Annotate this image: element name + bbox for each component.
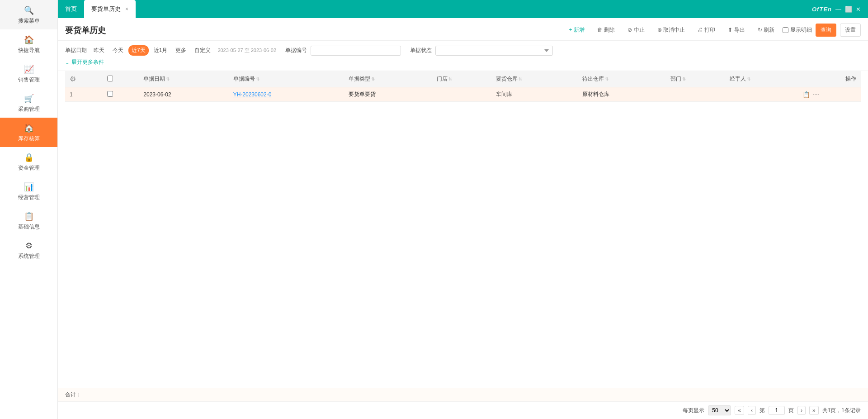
cancel-stop-button[interactable]: ⊗ 取消中止 <box>653 24 689 36</box>
sidebar-item-purchase[interactable]: 🛒采购管理 <box>0 88 57 118</box>
date-1month-btn[interactable]: 近1月 <box>151 45 171 56</box>
row-checkbox[interactable] <box>107 91 113 97</box>
page-header: 要货单历史 + 新增 🗑 删除 ⊘ 中止 ⊗ 取消中止 🖨 打印 ⬆ 导出 ↻ … <box>58 18 868 41</box>
filter-row: 单据日期 昨天 今天 近7天 近1月 更多 自定义 2023-05-27 至 2… <box>65 45 861 56</box>
total-label: 合计： <box>65 391 81 399</box>
pagination-bar: 每页显示 50 10 20 100 « ‹ 第 页 › » 共1页，1条记录 <box>58 401 868 419</box>
date-range-display: 2023-05-27 至 2023-06-02 <box>217 47 276 54</box>
select-all-checkbox[interactable] <box>107 76 113 81</box>
query-button[interactable]: 查询 <box>816 24 836 37</box>
expand-more-icon: ⌄ <box>65 59 70 66</box>
cell-pending-warehouse: 原材料仓库 <box>578 87 666 102</box>
cell-doc-type: 要货单要货 <box>344 87 432 102</box>
show-detail-checkbox[interactable]: 显示明细 <box>783 26 812 34</box>
row-more-btn[interactable]: ⋯ <box>813 91 819 98</box>
doc-status-filter-group: 单据状态 <box>410 46 553 56</box>
cell-req-warehouse: 车间库 <box>491 87 577 102</box>
table-body: 1 2023-06-02 YH-20230602-0 要货单要货 车间库 原材料… <box>65 87 861 102</box>
sidebar-item-inventory[interactable]: 🏠库存核算 <box>0 118 57 147</box>
date-7days-btn[interactable]: 近7天 <box>128 45 149 56</box>
export-button[interactable]: ⬆ 导出 <box>723 24 749 36</box>
th-doc-number: 单据编号⇅ <box>229 71 344 87</box>
sidebar-icon-operations: 📊 <box>24 182 34 192</box>
go-to-suffix: 页 <box>788 407 794 414</box>
first-page-btn[interactable]: « <box>735 406 744 415</box>
delete-button[interactable]: 🗑 删除 <box>593 24 619 36</box>
sidebar-icon-sales: 📈 <box>24 64 34 74</box>
cell-action: 📋 ⋯ <box>798 87 861 102</box>
page-number-input[interactable] <box>769 406 785 415</box>
new-button[interactable]: + 新增 <box>565 24 589 36</box>
filter-area: 单据日期 昨天 今天 近7天 近1月 更多 自定义 2023-05-27 至 2… <box>58 41 868 71</box>
date-quick-btns: 昨天 今天 近7天 近1月 更多 自定义 <box>90 45 214 56</box>
sidebar-icon-system: ⚙ <box>25 241 33 251</box>
print-button[interactable]: 🖨 打印 <box>693 24 720 36</box>
doc-number-input[interactable] <box>311 46 401 56</box>
cell-index: 1 <box>65 87 103 102</box>
sidebar-item-quick-nav[interactable]: 🏠快捷导航 <box>0 29 57 59</box>
expand-more-label: 展开更多条件 <box>71 58 104 66</box>
tab-home[interactable]: 首页 <box>58 0 84 18</box>
sidebar-item-finance[interactable]: 🔒资金管理 <box>0 147 57 176</box>
doc-number-link[interactable]: YH-20230602-0 <box>233 91 272 98</box>
brand-label: OfTEn <box>812 6 832 13</box>
row-edit-btn[interactable]: 📋 <box>802 91 810 98</box>
tab-active-label: 要货单历史 <box>91 5 121 13</box>
sidebar-item-system[interactable]: ⚙系统管理 <box>0 235 57 265</box>
cell-doc-number: YH-20230602-0 <box>229 87 344 102</box>
date-filter-group: 单据日期 昨天 今天 近7天 近1月 更多 自定义 2023-05-27 至 2… <box>65 45 276 56</box>
sidebar-item-search-menu[interactable]: 🔍搜索菜单 <box>0 0 57 29</box>
total-info: 共1页，1条记录 <box>822 407 861 414</box>
th-action: 操作 <box>798 71 861 87</box>
sidebar-label-quick-nav: 快捷导航 <box>18 47 40 54</box>
top-bar-right: OfTEn — ⬜ ✕ <box>812 6 868 13</box>
sidebar-item-operations[interactable]: 📊经营管理 <box>0 176 57 206</box>
expand-more-btn[interactable]: ⌄ 展开更多条件 <box>65 58 861 66</box>
main-container: 首页 要货单历史 × OfTEn — ⬜ ✕ 要货单历史 + 新增 🗑 删除 ⊘… <box>58 0 868 419</box>
cell-checkbox <box>103 87 139 102</box>
stop-button[interactable]: ⊘ 中止 <box>623 24 649 36</box>
sidebar: 🔍搜索菜单🏠快捷导航📈销售管理🛒采购管理🏠库存核算🔒资金管理📊经营管理📋基础信息… <box>0 0 58 419</box>
date-more-btn[interactable]: 更多 <box>172 45 189 56</box>
page-content: 要货单历史 + 新增 🗑 删除 ⊘ 中止 ⊗ 取消中止 🖨 打印 ⬆ 导出 ↻ … <box>58 18 868 419</box>
sidebar-item-sales[interactable]: 📈销售管理 <box>0 59 57 88</box>
page-size-select[interactable]: 50 10 20 100 <box>708 405 731 415</box>
date-yesterday-btn[interactable]: 昨天 <box>90 45 108 56</box>
top-bar: 首页 要货单历史 × OfTEn — ⬜ ✕ <box>58 0 868 18</box>
sidebar-label-inventory: 库存核算 <box>18 135 40 143</box>
sidebar-icon-finance: 🔒 <box>24 152 34 162</box>
th-department: 部门⇅ <box>666 71 726 87</box>
th-req-warehouse: 要货仓库⇅ <box>491 71 577 87</box>
cell-department <box>666 87 726 102</box>
sidebar-icon-purchase: 🛒 <box>24 94 34 104</box>
doc-status-select[interactable] <box>435 46 553 56</box>
th-doc-date: 单据日期⇅ <box>139 71 228 87</box>
table-footer: 合计： <box>58 388 868 401</box>
column-settings-icon[interactable]: ⚙ <box>70 75 76 83</box>
refresh-button[interactable]: ↻ 刷新 <box>753 24 779 36</box>
th-settings: ⚙ <box>65 71 103 87</box>
cell-doc-date: 2023-06-02 <box>139 87 228 102</box>
doc-status-label: 单据状态 <box>410 47 432 54</box>
doc-number-filter-group: 单据编号 <box>285 46 401 56</box>
prev-page-btn[interactable]: ‹ <box>748 406 756 415</box>
date-custom-btn[interactable]: 自定义 <box>191 45 214 56</box>
main-table: ⚙ 单据日期⇅ 单据编号⇅ 单据类型⇅ 门店⇅ 要货仓库⇅ 待出仓库⇅ 部门⇅ … <box>65 71 861 102</box>
date-today-btn[interactable]: 今天 <box>109 45 127 56</box>
maximize-btn[interactable]: ⬜ <box>845 6 852 13</box>
tab-close-icon[interactable]: × <box>125 6 128 12</box>
sidebar-item-base-info[interactable]: 📋基础信息 <box>0 206 57 235</box>
last-page-btn[interactable]: » <box>809 406 819 415</box>
go-to-prefix: 第 <box>760 407 765 414</box>
date-label: 单据日期 <box>65 47 87 54</box>
settings-button[interactable]: 设置 <box>840 24 861 37</box>
th-pending-warehouse: 待出仓库⇅ <box>578 71 666 87</box>
close-btn[interactable]: ✕ <box>856 6 861 13</box>
table-area: ⚙ 单据日期⇅ 单据编号⇅ 单据类型⇅ 门店⇅ 要货仓库⇅ 待出仓库⇅ 部门⇅ … <box>58 71 868 388</box>
tab-active[interactable]: 要货单历史 × <box>84 0 136 18</box>
sidebar-label-finance: 资金管理 <box>18 164 40 172</box>
sidebar-icon-base-info: 📋 <box>24 211 34 221</box>
sidebar-icon-inventory: 🏠 <box>24 123 34 133</box>
next-page-btn[interactable]: › <box>797 406 806 415</box>
minimize-btn[interactable]: — <box>835 6 841 13</box>
